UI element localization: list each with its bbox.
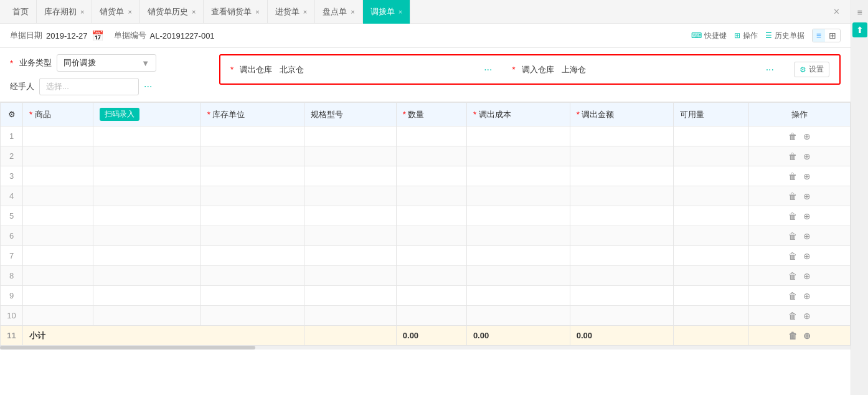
row-copy-icon-6[interactable]: ⊕ — [803, 231, 811, 241]
row-copy-icon-2[interactable]: ⊕ — [803, 151, 811, 161]
row-delete-icon-5[interactable]: 🗑 — [788, 211, 797, 221]
row-product-2[interactable] — [23, 146, 93, 166]
row-amount-2[interactable] — [570, 146, 673, 166]
history-button[interactable]: ☰ 历史单据 — [765, 31, 804, 41]
tab-home[interactable]: 首页 — [5, 0, 37, 24]
row-quantity-3[interactable] — [396, 166, 466, 186]
tab-sales-order[interactable]: 销货单 × — [92, 0, 139, 24]
row-quantity-7[interactable] — [396, 246, 466, 266]
row-copy-icon-1[interactable]: ⊕ — [803, 131, 811, 141]
row-unit-2[interactable] — [200, 146, 304, 166]
row-unit-1[interactable] — [200, 126, 304, 146]
row-copy-icon-7[interactable]: ⊕ — [803, 251, 811, 261]
tab-transfer-order[interactable]: 调拨单 × — [363, 0, 410, 24]
row-spec-3[interactable] — [304, 166, 396, 186]
row-amount-9[interactable] — [570, 286, 673, 306]
row-delete-icon-10[interactable]: 🗑 — [788, 311, 797, 321]
row-cost-7[interactable] — [466, 246, 570, 266]
row-amount-3[interactable] — [570, 166, 673, 186]
tab-close-inventory-check[interactable]: × — [351, 8, 354, 16]
row-spec-5[interactable] — [304, 206, 396, 226]
row-unit-10[interactable] — [200, 306, 304, 326]
row-product-10[interactable] — [23, 306, 93, 326]
row-delete-icon-7[interactable]: 🗑 — [788, 251, 797, 261]
calendar-icon[interactable]: 📅 — [92, 30, 104, 42]
row-product-7[interactable] — [23, 246, 93, 266]
row-copy-icon-5[interactable]: ⊕ — [803, 211, 811, 221]
row-spec-8[interactable] — [304, 266, 396, 286]
row-quantity-6[interactable] — [396, 226, 466, 246]
col-settings[interactable]: ⚙ — [1, 103, 23, 126]
tab-bar-close-button[interactable]: × — [828, 4, 846, 20]
handler-more-button[interactable]: ··· — [144, 81, 152, 92]
row-amount-8[interactable] — [570, 266, 673, 286]
row-cost-4[interactable] — [466, 186, 570, 206]
row-quantity-8[interactable] — [396, 266, 466, 286]
row-amount-5[interactable] — [570, 206, 673, 226]
row-spec-2[interactable] — [304, 146, 396, 166]
row-amount-6[interactable] — [570, 226, 673, 246]
row-quantity-4[interactable] — [396, 186, 466, 206]
row-copy-icon-9[interactable]: ⊕ — [803, 291, 811, 301]
row-cost-5[interactable] — [466, 206, 570, 226]
tab-sales-history[interactable]: 销货单历史 × — [140, 0, 204, 24]
tab-inventory-check[interactable]: 盘点单 × — [315, 0, 362, 24]
row-copy-icon-8[interactable]: ⊕ — [803, 271, 811, 281]
row-amount-4[interactable] — [570, 186, 673, 206]
row-product-3[interactable] — [23, 166, 93, 186]
row-delete-icon-8[interactable]: 🗑 — [788, 271, 797, 281]
tab-check-sales[interactable]: 查看销货单 × — [204, 0, 267, 24]
row-cost-8[interactable] — [466, 266, 570, 286]
shortcut-button[interactable]: ⌨ 快捷键 — [691, 31, 727, 41]
row-spec-10[interactable] — [304, 306, 396, 326]
row-copy-icon-10[interactable]: ⊕ — [803, 311, 811, 321]
row-product-6[interactable] — [23, 226, 93, 246]
out-warehouse-more-button[interactable]: ··· — [484, 64, 492, 75]
row-spec-9[interactable] — [304, 286, 396, 306]
tab-close-check-sales[interactable]: × — [255, 8, 259, 16]
row-quantity-9[interactable] — [396, 286, 466, 306]
row-amount-10[interactable] — [570, 306, 673, 326]
tab-close-transfer-order[interactable]: × — [399, 8, 402, 16]
row-quantity-2[interactable] — [396, 146, 466, 166]
row-quantity-1[interactable] — [396, 126, 466, 146]
business-type-dropdown[interactable]: 同价调拨 ▼ — [57, 54, 156, 72]
row-cost-1[interactable] — [466, 126, 570, 146]
row-spec-1[interactable] — [304, 126, 396, 146]
row-cost-6[interactable] — [466, 226, 570, 246]
row-amount-7[interactable] — [570, 246, 673, 266]
row-amount-1[interactable] — [570, 126, 673, 146]
settings-button[interactable]: ⚙ 设置 — [794, 62, 829, 77]
tab-close-inventory-init[interactable]: × — [80, 8, 84, 16]
row-cost-9[interactable] — [466, 286, 570, 306]
operation-button[interactable]: ⊞ 操作 — [734, 31, 758, 41]
tab-close-sales-history[interactable]: × — [192, 8, 196, 16]
row-product-5[interactable] — [23, 206, 93, 226]
row-unit-5[interactable] — [200, 206, 304, 226]
row-unit-6[interactable] — [200, 226, 304, 246]
row-product-9[interactable] — [23, 286, 93, 306]
row-delete-icon-3[interactable]: 🗑 — [788, 171, 797, 181]
row-quantity-5[interactable] — [396, 206, 466, 226]
subtotal-delete-icon[interactable]: 🗑 — [788, 331, 797, 341]
row-unit-7[interactable] — [200, 246, 304, 266]
row-product-1[interactable] — [23, 126, 93, 146]
tab-inventory-init[interactable]: 库存期初 × — [37, 0, 92, 24]
tab-close-sales-order[interactable]: × — [128, 8, 131, 16]
row-cost-10[interactable] — [466, 306, 570, 326]
row-spec-7[interactable] — [304, 246, 396, 266]
handler-select[interactable]: 选择... — [39, 78, 139, 95]
grid-view-button[interactable]: ⊞ — [825, 29, 840, 42]
scan-input-button[interactable]: 扫码录入 — [100, 108, 139, 121]
row-unit-8[interactable] — [200, 266, 304, 286]
row-spec-6[interactable] — [304, 226, 396, 246]
row-unit-4[interactable] — [200, 186, 304, 206]
row-delete-icon-9[interactable]: 🗑 — [788, 291, 797, 301]
tab-purchase-order[interactable]: 进货单 × — [268, 0, 315, 24]
row-delete-icon-2[interactable]: 🗑 — [788, 151, 797, 161]
row-cost-3[interactable] — [466, 166, 570, 186]
horizontal-scrollbar[interactable] — [0, 346, 851, 350]
list-view-button[interactable]: ≡ — [813, 29, 825, 42]
sidebar-list-icon[interactable]: ≡ — [852, 5, 867, 20]
subtotal-copy-icon[interactable]: ⊕ — [803, 331, 811, 341]
